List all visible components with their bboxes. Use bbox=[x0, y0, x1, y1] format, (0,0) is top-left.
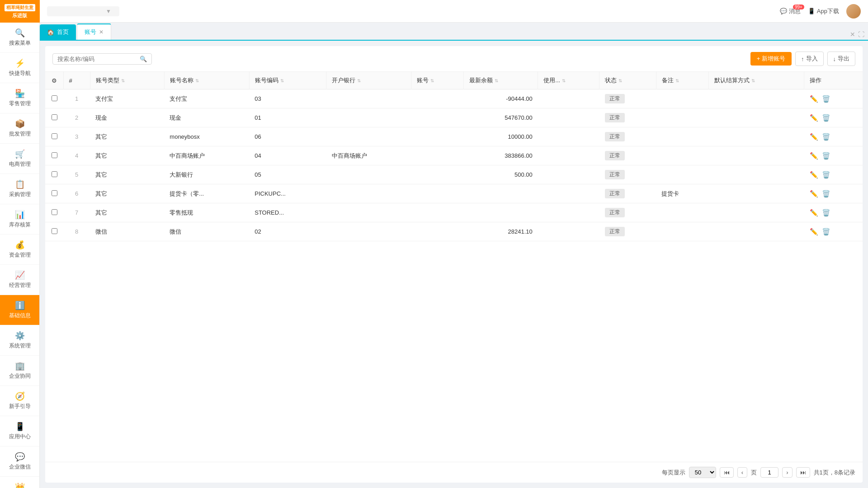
edit-btn-0[interactable]: ✏️ bbox=[810, 95, 818, 103]
row-num-2: 3 bbox=[63, 127, 90, 146]
app-download-btn[interactable]: 📱 App下载 bbox=[808, 7, 839, 15]
table-header-row: ⚙ # 账号类型⇅ 账号名称⇅ 账号编码⇅ 开户银行⇅ 账号⇅ 最新余额⇅ 使用… bbox=[45, 72, 863, 89]
row-checkbox-3[interactable] bbox=[45, 146, 63, 165]
per-page-select[interactable]: 50 20 100 bbox=[689, 467, 716, 478]
sidebar-item-system[interactable]: ⚙️ 系统管理 bbox=[0, 325, 39, 356]
row-check-3[interactable] bbox=[52, 152, 57, 158]
col-settings[interactable]: ⚙ bbox=[45, 72, 63, 89]
app-icon: 📱 bbox=[808, 8, 815, 14]
app-download-label: App下载 bbox=[817, 7, 839, 15]
delete-btn-3[interactable]: 🗑️ bbox=[822, 152, 830, 160]
row-check-1[interactable] bbox=[52, 114, 57, 120]
edit-btn-5[interactable]: ✏️ bbox=[810, 190, 818, 198]
row-balance-6 bbox=[464, 203, 538, 222]
current-page-input[interactable] bbox=[760, 467, 778, 478]
row-checkbox-5[interactable] bbox=[45, 184, 63, 203]
row-check-2[interactable] bbox=[52, 133, 57, 139]
sidebar-item-basic[interactable]: ℹ️ 基础信息 bbox=[0, 295, 39, 325]
col-code[interactable]: 账号编码⇅ bbox=[249, 72, 326, 89]
sidebar-item-retail[interactable]: 🏪 零售管理 bbox=[0, 83, 39, 113]
row-check-7[interactable] bbox=[52, 228, 57, 234]
row-account-6 bbox=[411, 203, 464, 222]
next-page-btn[interactable]: › bbox=[782, 467, 792, 478]
export-btn[interactable]: ↓ 导出 bbox=[827, 52, 856, 66]
col-balance[interactable]: 最新余额⇅ bbox=[464, 72, 538, 89]
row-balance-5 bbox=[464, 184, 538, 203]
sidebar-item-newuser[interactable]: 🧭 新手引导 bbox=[0, 386, 39, 416]
col-status[interactable]: 状态⇅ bbox=[599, 72, 656, 89]
sidebar-item-member[interactable]: 👑 畅会员 bbox=[0, 477, 39, 488]
delete-btn-0[interactable]: 🗑️ bbox=[822, 95, 830, 103]
row-checkbox-0[interactable] bbox=[45, 89, 63, 108]
delete-btn-4[interactable]: 🗑️ bbox=[822, 171, 830, 179]
edit-btn-7[interactable]: ✏️ bbox=[810, 228, 818, 236]
edit-btn-2[interactable]: ✏️ bbox=[810, 133, 818, 141]
sidebar-label-enterprise: 企业协同 bbox=[9, 372, 31, 380]
expand-window-icon[interactable]: ⛶ bbox=[858, 31, 864, 38]
user-avatar[interactable] bbox=[846, 4, 861, 19]
prev-page-btn[interactable]: ‹ bbox=[737, 467, 747, 478]
sidebar-item-purchase[interactable]: 📋 采购管理 bbox=[0, 174, 39, 204]
sidebar-item-ecommerce[interactable]: 🛒 电商管理 bbox=[0, 144, 39, 174]
account-search-wrap[interactable]: 🔍 bbox=[52, 53, 152, 65]
col-type[interactable]: 账号类型⇅ bbox=[90, 72, 164, 89]
delete-btn-1[interactable]: 🗑️ bbox=[822, 114, 830, 122]
row-check-6[interactable] bbox=[52, 209, 57, 215]
delete-btn-2[interactable]: 🗑️ bbox=[822, 133, 830, 141]
row-check-5[interactable] bbox=[52, 190, 57, 196]
topbar-dropdown-icon[interactable]: ▼ bbox=[106, 8, 111, 14]
row-remark-3 bbox=[656, 146, 708, 165]
sidebar-item-wholesale[interactable]: 📦 批发管理 bbox=[0, 113, 39, 144]
sidebar-item-appcenter[interactable]: 📱 应用中心 bbox=[0, 416, 39, 446]
tab-account[interactable]: 账号 ✕ bbox=[77, 23, 111, 40]
row-checkbox-4[interactable] bbox=[45, 165, 63, 184]
account-search-input[interactable] bbox=[57, 56, 140, 62]
edit-btn-3[interactable]: ✏️ bbox=[810, 152, 818, 160]
operations-icon: 📈 bbox=[15, 270, 25, 280]
topbar-search-input[interactable] bbox=[52, 8, 106, 14]
sidebar-item-shortcut[interactable]: ⚡ 快捷导航 bbox=[0, 53, 39, 83]
col-remark[interactable]: 备注⇅ bbox=[656, 72, 708, 89]
message-btn[interactable]: 💬 消息 99+ bbox=[780, 7, 801, 15]
edit-btn-6[interactable]: ✏️ bbox=[810, 209, 818, 217]
col-usage[interactable]: 使用...⇅ bbox=[538, 72, 599, 89]
edit-btn-4[interactable]: ✏️ bbox=[810, 171, 818, 179]
sidebar-item-inventory[interactable]: 📊 库存核算 bbox=[0, 204, 39, 235]
tab-home[interactable]: 🏠 首页 bbox=[40, 24, 76, 40]
edit-btn-1[interactable]: ✏️ bbox=[810, 114, 818, 122]
sidebar-item-search[interactable]: 🔍 搜索菜单 bbox=[0, 23, 39, 53]
first-page-btn[interactable]: ⏮ bbox=[720, 467, 734, 478]
sidebar-item-finance[interactable]: 💰 资金管理 bbox=[0, 235, 39, 265]
page-label: 页 bbox=[751, 469, 757, 477]
sidebar-item-corpwx[interactable]: 💬 企业微信 bbox=[0, 446, 39, 477]
delete-btn-7[interactable]: 🗑️ bbox=[822, 228, 830, 236]
tab-close-icon[interactable]: ✕ bbox=[99, 29, 104, 35]
row-checkbox-6[interactable] bbox=[45, 203, 63, 222]
row-checkbox-2[interactable] bbox=[45, 127, 63, 146]
row-num-4: 5 bbox=[63, 165, 90, 184]
delete-btn-5[interactable]: 🗑️ bbox=[822, 190, 830, 198]
per-page-label: 每页显示 bbox=[662, 469, 685, 477]
sidebar-item-operations[interactable]: 📈 经营管理 bbox=[0, 265, 39, 295]
close-window-icon[interactable]: ✕ bbox=[850, 31, 855, 38]
col-settlement[interactable]: 默认结算方式⇅ bbox=[708, 72, 804, 89]
row-check-0[interactable] bbox=[52, 95, 57, 101]
col-bank[interactable]: 开户银行⇅ bbox=[326, 72, 411, 89]
col-account[interactable]: 账号⇅ bbox=[411, 72, 464, 89]
row-status-7: 正常 bbox=[599, 222, 656, 241]
table-row: 6 其它 提货卡（零... PICKUPC... 正常 提货卡 ✏️ 🗑️ bbox=[45, 184, 863, 203]
table-body: 1 支付宝 支付宝 03 -90444.00 正常 ✏️ 🗑️ 2 现金 bbox=[45, 89, 863, 241]
row-actions-2: ✏️ 🗑️ bbox=[804, 127, 863, 146]
col-name[interactable]: 账号名称⇅ bbox=[164, 72, 249, 89]
row-check-4[interactable] bbox=[52, 171, 57, 177]
row-checkbox-1[interactable] bbox=[45, 108, 63, 127]
import-btn[interactable]: ↑ 导入 bbox=[795, 52, 824, 66]
new-account-btn[interactable]: + 新增账号 bbox=[750, 52, 792, 66]
delete-btn-6[interactable]: 🗑️ bbox=[822, 209, 830, 217]
topbar-search[interactable]: ▼ bbox=[47, 6, 119, 16]
sidebar-item-enterprise[interactable]: 🏢 企业协同 bbox=[0, 356, 39, 386]
search-icon[interactable]: 🔍 bbox=[140, 56, 147, 62]
row-checkbox-7[interactable] bbox=[45, 222, 63, 241]
last-page-btn[interactable]: ⏭ bbox=[796, 467, 810, 478]
row-balance-2: 10000.00 bbox=[464, 127, 538, 146]
